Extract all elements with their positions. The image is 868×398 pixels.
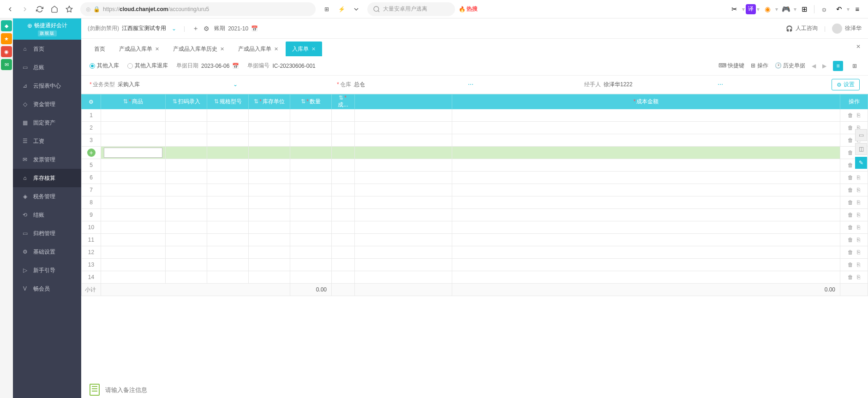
wallet-icon[interactable]: ◉ xyxy=(760,2,774,16)
svg-point-0 xyxy=(374,6,379,12)
url-bar[interactable]: ◎ 🔒 https://cloud.chanjet.com/accounting… xyxy=(80,2,316,16)
scissors-icon[interactable]: ✂ xyxy=(727,2,741,16)
qr-icon[interactable]: ⊞ xyxy=(320,3,333,16)
hot-search-badge[interactable]: 🔥热搜 xyxy=(459,5,478,13)
translate-icon[interactable]: 译 xyxy=(746,4,756,14)
apps-icon[interactable]: ⊞ xyxy=(797,2,811,16)
menu-icon[interactable]: ≡ xyxy=(850,2,864,16)
undo-icon[interactable]: ↶ xyxy=(832,2,846,16)
flash-icon[interactable]: ⚡ xyxy=(335,3,348,16)
home-icon[interactable] xyxy=(48,3,61,16)
back-icon[interactable] xyxy=(4,3,17,16)
game-icon[interactable]: 🎮 xyxy=(779,2,793,16)
browser-toolbar: ◎ 🔒 https://cloud.chanjet.com/accounting… xyxy=(0,0,868,18)
search-box[interactable]: 大量安卓用户逃离 xyxy=(367,2,455,16)
star-icon[interactable] xyxy=(63,3,76,16)
theme-icon[interactable]: ☼ xyxy=(817,2,831,16)
chevron-down-icon[interactable] xyxy=(350,3,363,16)
forward-icon[interactable] xyxy=(18,3,31,16)
reload-icon[interactable] xyxy=(33,3,46,16)
